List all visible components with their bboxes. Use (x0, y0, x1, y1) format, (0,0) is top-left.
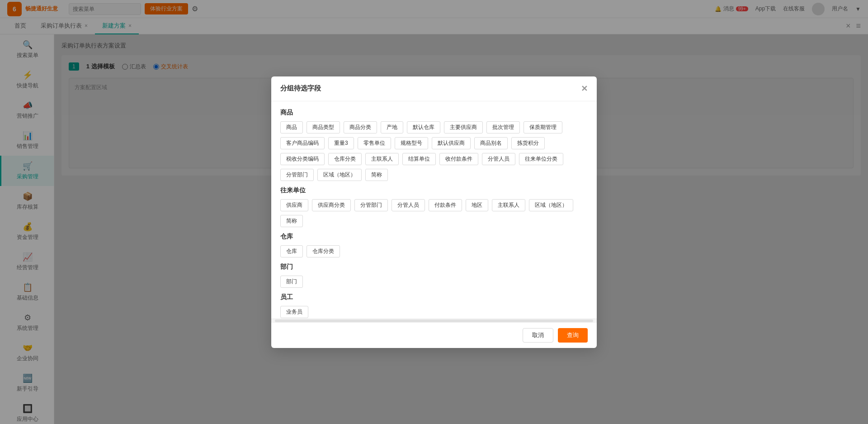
field-tag-retail-unit[interactable]: 零售单位 (358, 137, 391, 149)
field-tags-employee: 业务员 (280, 306, 588, 318)
field-tag-abbr-goods[interactable]: 简称 (365, 169, 388, 181)
field-tag-shelf-life[interactable]: 保质期管理 (524, 121, 562, 133)
field-tag-dept-partner[interactable]: 分管部门 (354, 199, 388, 211)
field-select-modal: 分组待选字段 ✕ 商品 商品 商品类型 商品分类 产地 默认仓库 主要供应商 批… (271, 76, 597, 348)
section-title-goods: 商品 (280, 109, 588, 117)
field-tag-region-goods[interactable]: 区域（地区） (317, 169, 362, 181)
field-tag-counterpart-category[interactable]: 往来单位分类 (519, 153, 563, 165)
field-tag-main-contact[interactable]: 主联系人 (365, 153, 399, 165)
field-tag-warehouse[interactable]: 仓库 (280, 245, 303, 257)
modal-close-btn[interactable]: ✕ (581, 84, 588, 94)
modal-title: 分组待选字段 (280, 84, 321, 93)
field-tag-supervisor[interactable]: 分管人员 (482, 153, 515, 165)
field-tag-origin[interactable]: 产地 (381, 121, 403, 133)
field-tag-default-supplier[interactable]: 默认供应商 (432, 137, 471, 149)
field-tags-partner: 供应商 供应商分类 分管部门 分管人员 付款条件 地区 主联系人 区域（地区） … (280, 199, 588, 227)
field-tag-supplier-category[interactable]: 供应商分类 (312, 199, 351, 211)
field-tag-payment-terms[interactable]: 收付款条件 (439, 153, 478, 165)
modal-footer: 取消 查询 (271, 322, 597, 348)
field-tag-region2-partner[interactable]: 区域（地区） (529, 199, 573, 211)
section-title-employee: 员工 (280, 293, 588, 301)
field-tag-warehouse-cat[interactable]: 仓库分类 (307, 245, 340, 257)
field-tag-settlement-unit[interactable]: 结算单位 (402, 153, 436, 165)
field-tag-weight3[interactable]: 重量3 (328, 137, 354, 149)
modal-horizontal-scrollbar[interactable] (271, 319, 597, 322)
scroll-track (275, 319, 593, 322)
field-tag-goods[interactable]: 商品 (280, 121, 303, 133)
section-title-partner: 往来单位 (280, 186, 588, 195)
modal-body: 商品 商品 商品类型 商品分类 产地 默认仓库 主要供应商 批次管理 保质期管理… (271, 101, 597, 319)
field-tag-warehouse-category[interactable]: 仓库分类 (328, 153, 362, 165)
field-tag-main-contact-partner[interactable]: 主联系人 (492, 199, 525, 211)
field-tag-department[interactable]: 部门 (280, 276, 303, 288)
field-tag-default-warehouse[interactable]: 默认仓库 (407, 121, 440, 133)
field-tag-region-partner[interactable]: 地区 (466, 199, 488, 211)
section-title-warehouse: 仓库 (280, 233, 588, 241)
field-tags-department: 部门 (280, 276, 588, 288)
field-tag-main-supplier[interactable]: 主要供应商 (444, 121, 483, 133)
cancel-button[interactable]: 取消 (523, 328, 553, 343)
field-tag-abbr-partner[interactable]: 简称 (280, 215, 303, 227)
field-tag-supervisor-partner[interactable]: 分管人员 (392, 199, 425, 211)
modal-overlay: 分组待选字段 ✕ 商品 商品 商品类型 商品分类 产地 默认仓库 主要供应商 批… (0, 0, 868, 424)
field-tag-pick-points[interactable]: 拣货积分 (511, 137, 545, 149)
field-tags-warehouse: 仓库 仓库分类 (280, 245, 588, 257)
field-tag-batch-mgmt[interactable]: 批次管理 (486, 121, 520, 133)
field-tag-dept[interactable]: 分管部门 (280, 169, 314, 181)
field-tag-payment-cond[interactable]: 付款条件 (429, 199, 462, 211)
field-tag-tax-code[interactable]: 税收分类编码 (280, 153, 325, 165)
field-tag-goods-category[interactable]: 商品分类 (344, 121, 377, 133)
confirm-button[interactable]: 查询 (558, 328, 588, 343)
field-tag-salesperson[interactable]: 业务员 (280, 306, 308, 318)
field-tag-spec-model[interactable]: 规格型号 (395, 137, 428, 149)
field-tag-goods-type[interactable]: 商品类型 (307, 121, 340, 133)
field-tag-supplier[interactable]: 供应商 (280, 199, 308, 211)
section-title-department: 部门 (280, 263, 588, 271)
modal-header: 分组待选字段 ✕ (271, 76, 597, 101)
field-tag-customer-code[interactable]: 客户商品编码 (280, 137, 325, 149)
field-tag-goods-alias[interactable]: 商品别名 (474, 137, 508, 149)
field-tags-goods: 商品 商品类型 商品分类 产地 默认仓库 主要供应商 批次管理 保质期管理 客户… (280, 121, 588, 181)
